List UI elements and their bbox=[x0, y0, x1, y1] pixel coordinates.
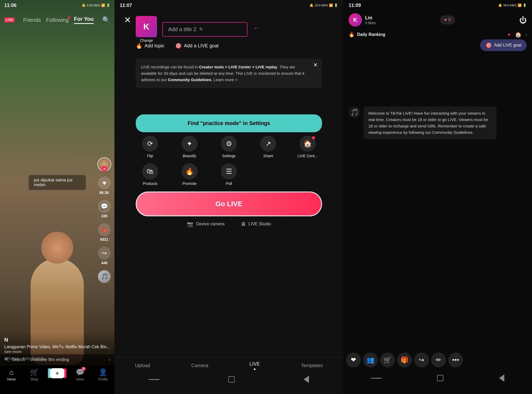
shop-icon: 🛒 bbox=[30, 368, 39, 376]
p3-status-icons: 🔔 59.0 KB/S 📶 🔋 bbox=[498, 3, 527, 7]
close-button[interactable]: ✕ bbox=[121, 13, 134, 27]
share-label: Share bbox=[263, 154, 273, 158]
edit-action-button[interactable]: ✏ bbox=[431, 352, 446, 367]
comment-button[interactable]: 💬 430 bbox=[98, 200, 111, 218]
wifi-icon: 📶 bbox=[101, 3, 105, 7]
tool-flip[interactable]: ⟳ Flip bbox=[137, 136, 163, 158]
live-studio-option[interactable]: 🖥 LIVE Studio bbox=[241, 221, 271, 227]
fire-icon: 🔥 bbox=[349, 32, 354, 38]
tab-upload[interactable]: Upload bbox=[135, 363, 150, 368]
shop-action-button[interactable]: 🛒 bbox=[380, 352, 395, 367]
status-bar-1: 11:06 🔔 6.00 KB/S 📶 🔋 bbox=[0, 0, 114, 11]
nav-following[interactable]: Following bbox=[46, 17, 69, 23]
nav-for-you[interactable]: For You bbox=[74, 16, 94, 24]
tool-share[interactable]: ↗ Share bbox=[255, 136, 282, 158]
search-query: invalidite film ending bbox=[31, 357, 69, 362]
house-icon: 🏠 bbox=[515, 31, 522, 38]
tool-promote[interactable]: 🔥 Promote bbox=[176, 163, 203, 186]
share-icon: ↗ bbox=[260, 136, 276, 152]
tool-products[interactable]: 🛍 Products bbox=[137, 163, 163, 186]
products-icon: 🛍 bbox=[142, 163, 158, 179]
title-placeholder: Add a title 2 bbox=[168, 26, 196, 32]
community-guidelines-link[interactable]: Community Guidelines bbox=[168, 77, 211, 82]
inbox-label: Inbox bbox=[76, 378, 84, 381]
goal-emoji: 🎯 bbox=[175, 43, 182, 49]
p3-nav-back-icon[interactable] bbox=[499, 374, 504, 382]
tool-settings[interactable]: ⚙ Settings bbox=[216, 136, 242, 158]
share-action-button[interactable]: ↪ bbox=[414, 352, 429, 367]
share-count: 446 bbox=[101, 260, 107, 265]
tab-live[interactable]: LIVE bbox=[249, 361, 260, 367]
live-center-label: LIVE Cent... bbox=[298, 154, 317, 158]
ranking-bar[interactable]: 🔥 Daily Ranking 🏠 › bbox=[343, 29, 532, 40]
device-camera-label: Device camera bbox=[196, 222, 225, 226]
goal-icon-p3: 🎯 bbox=[485, 42, 492, 48]
topics-row: 🔥 Add topic 🎯 Add a LIVE goal bbox=[136, 43, 218, 49]
profile-icon: 👤 bbox=[99, 368, 107, 376]
right-actions: + ♥ 89.3K 💬 430 🔖 6921 ↪ 446 🎵 bbox=[97, 157, 111, 283]
shop-action-icon: 🛒 bbox=[383, 356, 391, 364]
nav-friends[interactable]: Friends bbox=[23, 17, 41, 23]
video-container[interactable]: jus alpukat sama jus melon N Langganan P… bbox=[0, 0, 114, 365]
share-button[interactable]: ↪ 446 bbox=[98, 247, 111, 265]
p3-bottom-bar bbox=[343, 367, 532, 394]
tool-beautify[interactable]: ✦ Beautify bbox=[176, 136, 203, 158]
tool-poll[interactable]: ☰ Poll bbox=[216, 163, 242, 186]
gift-icon: 🎁 bbox=[401, 356, 409, 364]
edit-action-icon: ✏ bbox=[436, 356, 441, 364]
p3-status-time: 11:09 bbox=[349, 3, 361, 8]
more-button[interactable]: ••• bbox=[448, 352, 463, 367]
live-studio-label: LIVE Studio bbox=[249, 222, 271, 226]
tab-camera[interactable]: Camera bbox=[191, 363, 208, 368]
go-live-button[interactable]: Go LIVE bbox=[136, 192, 322, 216]
search-bar[interactable]: 🔍 Search · invalidite film ending › bbox=[0, 354, 114, 365]
camera-options: 📷 Device camera 🖥 LIVE Studio bbox=[136, 221, 322, 227]
follow-button[interactable]: + bbox=[101, 166, 107, 172]
live-studio-icon: 🖥 bbox=[241, 221, 246, 227]
top-nav: LIVE Friends Following For You 🔍 bbox=[0, 11, 114, 29]
title-input[interactable]: Add a title 2 ✎ bbox=[162, 22, 248, 37]
like-button[interactable]: ♥ 89.3K bbox=[98, 176, 111, 194]
p3-signal-icon: 🔔 bbox=[498, 3, 502, 7]
cover-thumbnail[interactable]: K bbox=[136, 16, 157, 37]
nav-shop[interactable]: 🛒 Shop bbox=[25, 368, 44, 381]
nav-create[interactable]: + bbox=[48, 368, 67, 378]
search-separator: · bbox=[27, 357, 28, 362]
tool-live-center[interactable]: 🏠 LIVE Cent... bbox=[294, 136, 321, 158]
like-action-button[interactable]: ❤ bbox=[346, 352, 361, 367]
status-time-1: 11:06 bbox=[4, 3, 17, 8]
nav-inbox[interactable]: 💬 9 Inbox bbox=[71, 368, 89, 381]
see-more-link[interactable]: See more bbox=[4, 349, 22, 354]
nav-profile[interactable]: 👤 Profile bbox=[94, 368, 112, 381]
p3-status-bar: 11:09 🔔 59.0 KB/S 📶 🔋 bbox=[343, 0, 532, 11]
add-live-goal-button[interactable]: 🎯 Add LIVE goal bbox=[480, 39, 527, 51]
panel-live-broadcast: 11:09 🔔 59.0 KB/S 📶 🔋 K Lin 0 likes ♥ 0 … bbox=[343, 0, 532, 394]
add-goal-button[interactable]: 🎯 Add a LIVE goal bbox=[175, 43, 218, 49]
heart-button[interactable]: ♥ 0 bbox=[440, 15, 455, 24]
p2-nav-back-icon[interactable] bbox=[304, 376, 309, 383]
practice-mode-button[interactable]: Find "practice mode" in Settings bbox=[136, 114, 322, 132]
p2-signal-icon: 🔔 bbox=[310, 3, 314, 7]
tab-templates[interactable]: Templates bbox=[301, 363, 323, 368]
video-caption-text: jus alpukat sama jus melon bbox=[34, 178, 73, 187]
person-head bbox=[41, 232, 73, 264]
share-action-icon: ↪ bbox=[419, 356, 424, 364]
info-close-button[interactable]: ✕ bbox=[313, 62, 318, 68]
creator-avatar-wrapper: + bbox=[97, 157, 111, 171]
save-button[interactable]: 🔖 6921 bbox=[98, 223, 111, 241]
creator-tools-link[interactable]: Creator tools > LIVE Center > LIVE repla… bbox=[199, 65, 277, 69]
p3-user-info: K Lin 0 likes bbox=[349, 13, 376, 27]
p2-bottom-tabs: Upload Camera LIVE Templates bbox=[114, 357, 343, 370]
nav-home[interactable]: ⌂ Home bbox=[2, 368, 21, 381]
p3-nav-menu-icon bbox=[371, 378, 382, 379]
power-icon[interactable]: ⏻ bbox=[519, 16, 527, 24]
poll-label: Poll bbox=[226, 181, 232, 186]
inbox-badge: 9 bbox=[81, 367, 86, 371]
search-icon[interactable]: 🔍 bbox=[102, 16, 110, 24]
add-topic-button[interactable]: 🔥 Add topic bbox=[136, 43, 164, 49]
device-camera-option[interactable]: 📷 Device camera bbox=[187, 221, 225, 227]
music-disc[interactable]: 🎵 bbox=[98, 270, 111, 283]
gift-button[interactable]: 🎁 bbox=[397, 352, 412, 367]
info-box: ✕ LIVE recordings can be found in Creato… bbox=[136, 59, 322, 88]
audience-button[interactable]: 👥 bbox=[363, 352, 378, 367]
